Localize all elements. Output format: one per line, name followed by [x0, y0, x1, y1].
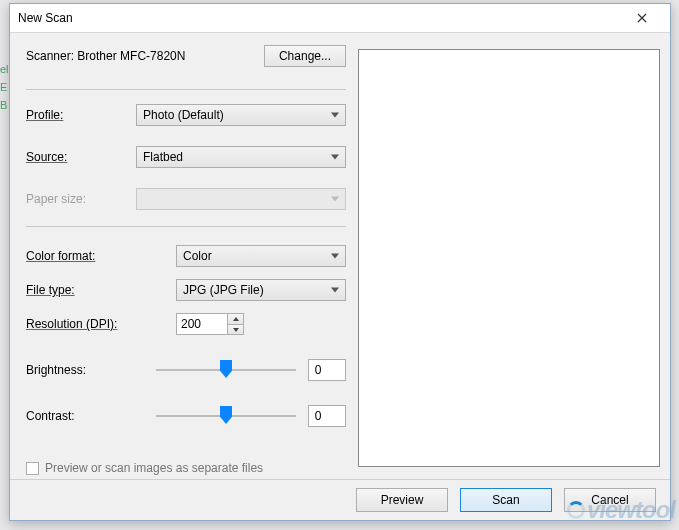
new-scan-dialog: New Scan Scanner: Brother MFC-7820N Chan…	[9, 3, 671, 521]
close-icon	[637, 13, 647, 23]
change-scanner-button[interactable]: Change...	[264, 45, 346, 67]
slider-thumb[interactable]	[220, 360, 232, 378]
dialog-footer: Preview Scan Cancel	[10, 479, 670, 520]
chevron-down-icon	[331, 113, 339, 118]
preview-pane	[358, 49, 660, 467]
separator	[26, 89, 346, 90]
chevron-down-icon	[331, 254, 339, 259]
titlebar: New Scan	[10, 4, 670, 33]
scan-button[interactable]: Scan	[460, 488, 552, 512]
chevron-down-icon	[331, 288, 339, 293]
file-type-value: JPG (JPG File)	[183, 283, 264, 297]
file-type-select[interactable]: JPG (JPG File)	[176, 279, 346, 301]
contrast-label: Contrast:	[26, 409, 156, 423]
separator	[26, 226, 346, 227]
chevron-down-icon	[331, 197, 339, 202]
background-partial-text: el E B	[0, 60, 9, 114]
source-value: Flatbed	[143, 150, 183, 164]
profile-value: Photo (Default)	[143, 108, 224, 122]
color-format-label: Color format:	[26, 249, 176, 263]
paper-size-label: Paper size:	[26, 192, 136, 206]
profile-select[interactable]: Photo (Default)	[136, 104, 346, 126]
cancel-button[interactable]: Cancel	[564, 488, 656, 512]
scanner-label: Scanner: Brother MFC-7820N	[26, 49, 185, 63]
chevron-down-icon	[331, 155, 339, 160]
close-button[interactable]	[622, 4, 662, 32]
color-format-select[interactable]: Color	[176, 245, 346, 267]
contrast-slider[interactable]	[156, 406, 296, 426]
source-label: Source:	[26, 150, 136, 164]
resolution-label: Resolution (DPI):	[26, 317, 176, 331]
brightness-value[interactable]: 0	[308, 359, 346, 381]
color-format-value: Color	[183, 249, 212, 263]
contrast-value[interactable]: 0	[308, 405, 346, 427]
brightness-slider[interactable]	[156, 360, 296, 380]
preview-button[interactable]: Preview	[356, 488, 448, 512]
spin-up-button[interactable]	[228, 313, 244, 324]
window-title: New Scan	[18, 11, 73, 25]
brightness-label: Brightness:	[26, 363, 156, 377]
file-type-label: File type:	[26, 283, 176, 297]
resolution-spinbox[interactable]	[176, 313, 244, 335]
source-select[interactable]: Flatbed	[136, 146, 346, 168]
spin-down-button[interactable]	[228, 324, 244, 335]
slider-thumb[interactable]	[220, 406, 232, 424]
triangle-up-icon	[233, 317, 239, 321]
separate-files-checkbox[interactable]	[26, 462, 39, 475]
resolution-input[interactable]	[176, 313, 228, 335]
triangle-down-icon	[233, 328, 239, 332]
profile-label: Profile:	[26, 108, 136, 122]
separate-files-label: Preview or scan images as separate files	[45, 461, 263, 475]
paper-size-select	[136, 188, 346, 210]
